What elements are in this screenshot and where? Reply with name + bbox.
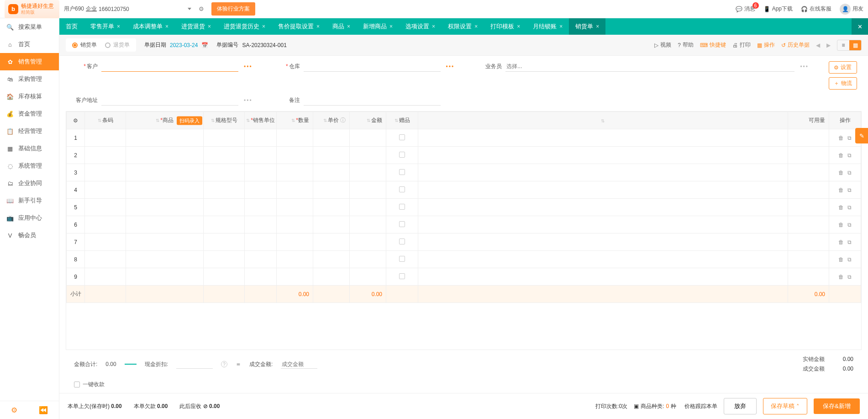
remark-input[interactable]: [304, 95, 441, 106]
cell-spec[interactable]: [204, 268, 245, 286]
copy-row-icon[interactable]: ⧉: [847, 204, 852, 211]
tab-11[interactable]: 月结锁账×: [526, 18, 569, 35]
cell-gift[interactable]: [386, 164, 418, 181]
close-icon[interactable]: ×: [389, 23, 393, 30]
track-price-checkbox[interactable]: 价格跟踪本单: [683, 403, 717, 410]
col-settings[interactable]: ⚙: [67, 112, 85, 129]
deal-amount-input[interactable]: [281, 360, 317, 369]
view-list[interactable]: ≡: [837, 40, 849, 50]
operate-link[interactable]: ▦操作: [757, 41, 775, 49]
online-service-link[interactable]: 🎧 在线客服: [801, 5, 831, 13]
salesman-lookup-icon[interactable]: •••: [798, 64, 810, 70]
cell-qty[interactable]: [277, 147, 313, 164]
table-row[interactable]: 5🗑⧉: [67, 199, 861, 216]
tab-5[interactable]: 售价提取设置×: [272, 18, 326, 35]
order-type-return[interactable]: 退货单: [105, 41, 130, 49]
cell-spec[interactable]: [204, 129, 245, 147]
cell-qty[interactable]: [277, 181, 313, 199]
history-link[interactable]: ↺历史单据: [781, 41, 810, 49]
table-row[interactable]: 8🗑⧉: [67, 251, 861, 268]
experience-button[interactable]: 体验行业方案: [211, 2, 255, 16]
save-draft-button[interactable]: 保存草稿˄: [763, 398, 807, 414]
cell-gift[interactable]: [386, 147, 418, 164]
discount-input[interactable]: [176, 360, 213, 369]
cell-amount[interactable]: [350, 216, 386, 233]
col-unit[interactable]: ⇅*销售单位: [245, 112, 277, 129]
close-icon[interactable]: ×: [165, 23, 168, 30]
cell-spec[interactable]: [204, 164, 245, 181]
sidebar-item-4[interactable]: 🏠库存核算: [0, 88, 59, 105]
shortcut-link[interactable]: ⌨快捷键: [700, 41, 726, 49]
table-row[interactable]: 6🗑⧉: [67, 216, 861, 233]
cell-barcode[interactable]: [85, 181, 126, 199]
video-link[interactable]: ▷视频: [654, 41, 671, 49]
cell-spec[interactable]: [204, 147, 245, 164]
settings-gear-icon[interactable]: ⚙: [196, 4, 207, 15]
cell-unit[interactable]: [245, 233, 277, 251]
cell-unit[interactable]: [245, 164, 277, 181]
cell-spec[interactable]: [204, 216, 245, 233]
cell-qty[interactable]: [277, 233, 313, 251]
warehouse-lookup-icon[interactable]: •••: [444, 64, 457, 70]
tab-3[interactable]: 进货退货×: [175, 18, 217, 35]
cell-barcode[interactable]: [85, 216, 126, 233]
tab-6[interactable]: 商品×: [326, 18, 357, 35]
delete-row-icon[interactable]: 🗑: [838, 135, 844, 141]
messages-link[interactable]: 💬 消息 6: [736, 5, 755, 13]
cell-price[interactable]: [313, 233, 350, 251]
copy-row-icon[interactable]: ⧉: [847, 135, 852, 141]
cell-amount[interactable]: [350, 147, 386, 164]
delete-row-icon[interactable]: 🗑: [838, 222, 844, 228]
cell-price[interactable]: [313, 216, 350, 233]
warehouse-input[interactable]: [304, 61, 441, 72]
delete-row-icon[interactable]: 🗑: [838, 256, 844, 263]
close-all-tabs[interactable]: ✕: [852, 18, 868, 35]
settings-button[interactable]: ⚙设置: [829, 61, 857, 74]
cell-qty[interactable]: [277, 268, 313, 286]
cell-product[interactable]: [126, 164, 204, 181]
tenant-selector[interactable]: 用户690企业1660120750: [64, 5, 191, 13]
table-row[interactable]: 3🗑⧉: [67, 164, 861, 181]
copy-row-icon[interactable]: ⧉: [847, 152, 852, 159]
close-icon[interactable]: ×: [316, 23, 320, 30]
col-product[interactable]: ⇅*商品扫码录入: [126, 112, 204, 129]
sidebar-item-7[interactable]: ▦基础信息: [0, 140, 59, 157]
cell-unit[interactable]: [245, 268, 277, 286]
view-grid[interactable]: ▦: [849, 40, 861, 50]
cell-price[interactable]: [313, 268, 350, 286]
sidebar-item-11[interactable]: 📺应用中心: [0, 209, 59, 227]
cell-barcode[interactable]: [85, 129, 126, 147]
salesman-input[interactable]: [505, 61, 794, 72]
cell-product[interactable]: [126, 199, 204, 216]
close-icon[interactable]: ×: [596, 23, 599, 30]
tab-1[interactable]: 零售开单×: [84, 18, 126, 35]
cell-product[interactable]: [126, 147, 204, 164]
tab-7[interactable]: 新增商品×: [357, 18, 399, 35]
close-icon[interactable]: ×: [432, 23, 435, 30]
close-icon[interactable]: ×: [559, 23, 563, 30]
tab-8[interactable]: 选项设置×: [399, 18, 442, 35]
cell-qty[interactable]: [277, 164, 313, 181]
close-icon[interactable]: ×: [517, 23, 520, 30]
tab-10[interactable]: 打印模板×: [484, 18, 526, 35]
address-input[interactable]: [101, 95, 238, 106]
customer-lookup-icon[interactable]: •••: [242, 64, 254, 70]
cell-spec[interactable]: [204, 199, 245, 216]
sidebar-item-0[interactable]: 🔍搜索菜单: [0, 18, 59, 36]
cell-qty[interactable]: [277, 216, 313, 233]
close-icon[interactable]: ×: [117, 23, 120, 30]
sidebar-item-8[interactable]: ◌系统管理: [0, 157, 59, 175]
col-barcode[interactable]: ⇅条码: [85, 112, 126, 129]
delete-row-icon[interactable]: 🗑: [838, 239, 844, 245]
cell-amount[interactable]: [350, 251, 386, 268]
copy-row-icon[interactable]: ⧉: [847, 256, 852, 263]
scan-entry-tag[interactable]: 扫码录入: [177, 116, 202, 125]
tab-2[interactable]: 成本调整单×: [126, 18, 175, 35]
col-price[interactable]: ⇅单价 ⓘ: [313, 112, 350, 129]
cell-unit[interactable]: [245, 129, 277, 147]
cell-price[interactable]: [313, 164, 350, 181]
address-lookup-icon[interactable]: •••: [242, 97, 254, 104]
sidebar-item-6[interactable]: 📋经营管理: [0, 122, 59, 140]
col-spec[interactable]: ⇅规格型号: [204, 112, 245, 129]
delete-row-icon[interactable]: 🗑: [838, 152, 844, 159]
